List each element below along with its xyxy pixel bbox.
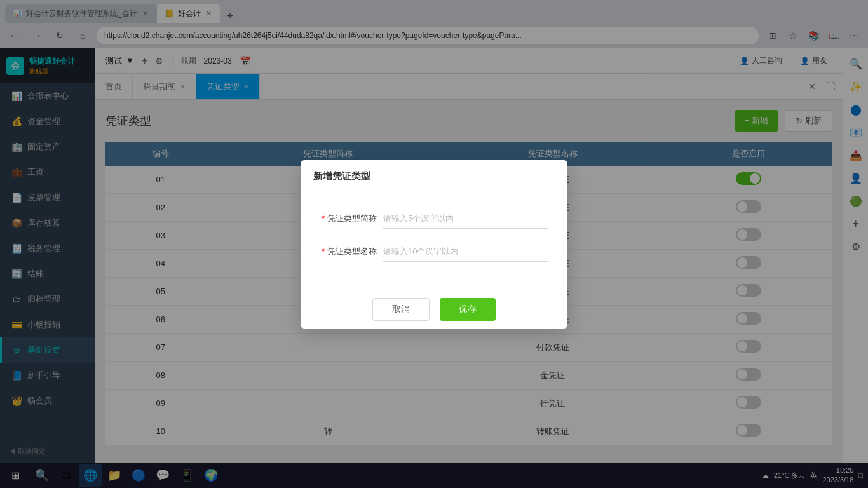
modal-body: 凭证类型简称 凭证类型名称: [301, 193, 567, 290]
modal-title: 新增凭证类型: [313, 170, 370, 182]
cancel-button[interactable]: 取消: [372, 298, 430, 321]
modal-header: 新增凭证类型: [301, 160, 567, 193]
form-item-name: 凭证类型名称: [320, 241, 548, 262]
save-button[interactable]: 保存: [440, 298, 496, 321]
add-voucher-type-modal: 新增凭证类型 凭证类型简称 凭证类型名称 取消 保存: [301, 160, 567, 329]
name-label: 凭证类型名称: [320, 246, 383, 257]
name-input[interactable]: [383, 241, 548, 262]
abbr-input[interactable]: [383, 208, 548, 229]
modal-overlay[interactable]: 新增凭证类型 凭证类型简称 凭证类型名称 取消 保存: [0, 0, 868, 488]
modal-footer: 取消 保存: [301, 290, 567, 329]
abbr-label: 凭证类型简称: [320, 213, 383, 224]
form-item-abbr: 凭证类型简称: [320, 208, 548, 229]
